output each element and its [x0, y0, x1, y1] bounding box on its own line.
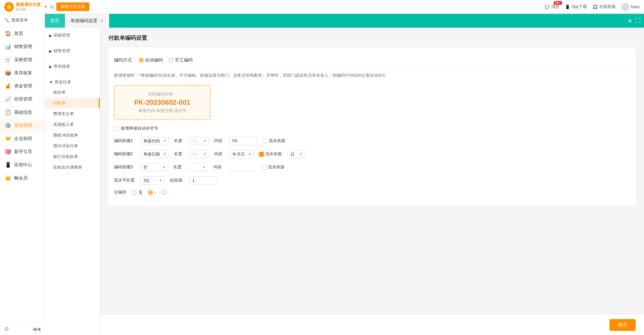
group-sales-title[interactable]: ▶ 销售管理: [45, 46, 100, 56]
group-inventory-title[interactable]: ▶ 库存核算: [45, 62, 100, 72]
subitem-expense[interactable]: 费用支出单: [45, 109, 100, 119]
subitem-prepay-payable[interactable]: 预付冲应付单: [45, 141, 100, 151]
logo-icon: 🌟: [4, 2, 14, 12]
subitem-prepay-receivable[interactable]: 预收冲应收单: [45, 130, 100, 141]
tab-encoding[interactable]: 单据编码设置 ✕: [65, 14, 109, 28]
content2-label: 内容: [214, 151, 224, 157]
preview-box: 当前编码示例： FK-20230602-001 单据代码-单据日期-流水号: [114, 85, 211, 120]
collapse-icon[interactable]: ◀◀: [32, 326, 40, 332]
user-menu[interactable]: Nare: [621, 3, 640, 11]
prefix2-row: 编码前缀2 单据日期 ▼ 长度 8位: [114, 150, 630, 158]
section-card: 编码方式 自动编码 手工编码: [108, 47, 636, 206]
subitem-adjust[interactable]: 应收应付调整单: [45, 162, 100, 173]
auto-encoding-label: 自动编码: [145, 57, 163, 63]
settings-bottom-icon[interactable]: ⚙: [4, 326, 9, 332]
length3-select[interactable]: [187, 163, 208, 171]
sidebar-item-home[interactable]: 🏠 首页: [0, 27, 45, 40]
serial2-unit-select[interactable]: 日: [287, 150, 305, 158]
subitem-bank[interactable]: 银行存取款单: [45, 151, 100, 162]
try-button[interactable]: 体验行业方案: [56, 2, 89, 11]
content2-select-wrapper: 年月日 ▼: [229, 150, 253, 158]
serial3-label: 流水依据: [268, 164, 285, 170]
sidebar-search[interactable]: 🔍 搜索菜单: [0, 14, 45, 27]
content2-select[interactable]: 年月日: [229, 150, 253, 158]
logo: 🌟 畅捷通好生意 标品版: [4, 2, 41, 12]
start-value-input[interactable]: [189, 176, 217, 185]
sidebar-item-label: 资金管理: [14, 83, 32, 89]
subitem-other-income[interactable]: 其他收入单: [45, 119, 100, 130]
sidebar-item-purchase[interactable]: 🛒 采购管理: [0, 53, 45, 66]
auto-fill-checkbox[interactable]: [114, 126, 119, 131]
dropdown-arrow-icon[interactable]: ▼: [44, 4, 48, 9]
tab-home[interactable]: 首页: [45, 14, 65, 28]
logo-sub: 标品版: [16, 7, 41, 11]
prefix1-select[interactable]: 单据代码: [140, 137, 169, 145]
serial2-checkbox: [259, 152, 264, 157]
separator-dot-radio: [161, 190, 166, 195]
auto-encoding-option[interactable]: 自动编码: [139, 57, 163, 63]
finance-icon: 💰: [5, 83, 11, 89]
length2-select[interactable]: 8位: [188, 150, 209, 158]
prefix2-select[interactable]: 单据日期: [140, 150, 169, 158]
sidebar-item-member[interactable]: 👑 畅会员: [0, 171, 45, 185]
serial1-checkbox-label[interactable]: 流水依据: [262, 138, 285, 144]
subitem-payment[interactable]: 付款单: [45, 98, 100, 109]
main-content: 付款单编码设置 编码方式 自动编码: [100, 28, 644, 314]
prefix3-label: 编码前缀3: [114, 164, 135, 170]
sidebar-item-finance[interactable]: 💰 资金管理: [0, 80, 45, 93]
home-icon: 🏠: [5, 30, 11, 37]
group-capital-title[interactable]: ▼ 资金往来: [45, 77, 100, 87]
maximize-icon[interactable]: ⛶: [635, 18, 641, 24]
settings-icon[interactable]: ⚙: [50, 4, 54, 10]
serial-length-select[interactable]: 3位: [140, 176, 164, 185]
sidebar-item-inventory[interactable]: 📦 库存核算: [0, 66, 45, 80]
prefix3-select[interactable]: 空: [140, 163, 168, 171]
search-icon: 🔍: [4, 18, 9, 23]
length1-select[interactable]: 2位: [188, 137, 209, 145]
basic-icon: 📋: [5, 109, 11, 115]
manual-encoding-option[interactable]: 手工编码: [169, 57, 193, 63]
serial2-label: 流水依据: [265, 151, 282, 157]
sidebar-item-sales[interactable]: 📊 销售管理: [0, 40, 45, 53]
group-purchase: ▶ 采购管理: [45, 28, 100, 43]
sidebar-item-enterprise[interactable]: 🤝 企业协同: [0, 132, 45, 145]
separator-dot-option[interactable]: .: [161, 190, 169, 195]
subitem-receipt[interactable]: 收款单: [45, 87, 100, 98]
sidebar-item-label: 经营管理: [14, 96, 32, 102]
topbar-left: 🌟 畅捷通好生意 标品版 ▼ ⚙ 体验行业方案: [4, 2, 89, 12]
sidebar-item-basic[interactable]: 📋 基础信息: [0, 106, 45, 119]
message-badge: 99+: [554, 1, 562, 5]
sidebar-item-operation[interactable]: 📈 经营管理: [0, 93, 45, 106]
length3-select-wrapper: ▼: [187, 163, 208, 171]
prefix1-row: 编码前缀1 单据代码 ▼ 长度 2位: [114, 137, 630, 145]
serial3-checkbox-label[interactable]: 流水依据: [262, 164, 285, 170]
group-capital: ▼ 资金往来 收款单 付款单 费用支出单 其他收入单 预收冲应收单 预付冲应付单…: [45, 74, 100, 176]
sidebar-item-guide[interactable]: 🎯 新手引导: [0, 145, 45, 158]
download-button[interactable]: 📱 App下载: [565, 4, 587, 10]
sidebar-item-label: 新手引导: [14, 149, 32, 155]
content3-input[interactable]: [229, 163, 256, 171]
minimize-icon[interactable]: ✕: [628, 18, 632, 24]
content1-input[interactable]: [229, 137, 257, 145]
separator-none-option[interactable]: 无: [132, 189, 143, 196]
second-sidebar: ▶ 采购管理 ▶ 销售管理 ▶ 库存核算: [45, 28, 100, 335]
save-button[interactable]: 保存: [609, 319, 636, 331]
search-label: 搜索菜单: [11, 17, 28, 23]
serial-length-select-wrapper: 3位 ▼: [140, 176, 164, 185]
content3-label: 内容: [213, 164, 223, 170]
sidebar-bottom: ⚙ ◀◀: [0, 323, 45, 335]
auto-fill-label: 新增单据自动补空号: [121, 125, 158, 131]
footer: 保存: [100, 314, 644, 335]
sidebar-item-system[interactable]: ⚙️ 系统管理: [0, 119, 45, 132]
group-sales: ▶ 销售管理: [45, 43, 100, 59]
main-layout: 🔍 搜索菜单 🏠 首页 📊 销售管理 🛒 采购管理 📦 库存核算 💰: [0, 14, 644, 335]
separator-dash-option[interactable]: -: [148, 190, 156, 195]
sidebar-item-apps[interactable]: 📱 应用中心: [0, 158, 45, 171]
support-button[interactable]: 🎧 在线客服: [593, 4, 616, 10]
apps-icon: 📱: [5, 162, 11, 168]
serial2-checkbox-label[interactable]: 流水依据: [259, 151, 282, 157]
manual-radio-circle: [169, 58, 173, 63]
message-button[interactable]: 💬 消息 99+: [545, 4, 559, 10]
group-purchase-title[interactable]: ▶ 采购管理: [45, 30, 100, 40]
tab-close-icon[interactable]: ✕: [100, 18, 104, 23]
